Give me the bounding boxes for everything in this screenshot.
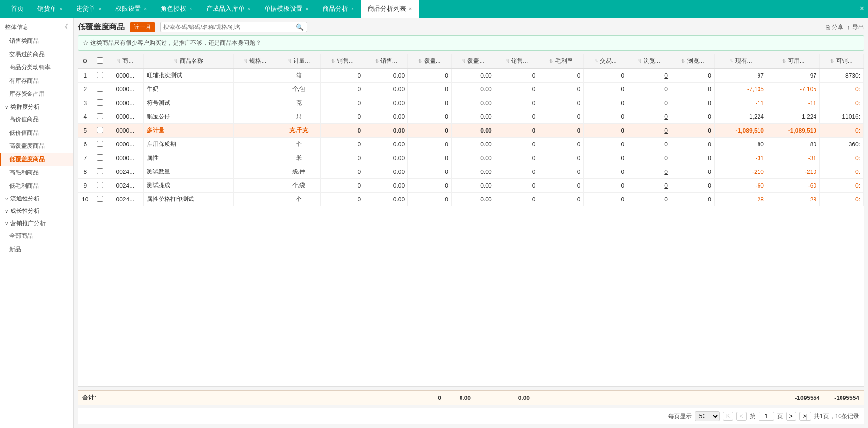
sidebar-item-low-coverage[interactable]: 低覆盖度商品 xyxy=(0,153,73,166)
col-name[interactable]: ⇅ 商品名称 xyxy=(144,54,234,69)
filter-button[interactable]: 近一月 xyxy=(130,22,155,32)
col-browse1[interactable]: ⇅ 浏览... xyxy=(627,54,671,69)
row-select-checkbox[interactable] xyxy=(97,196,103,202)
close-icon[interactable]: × xyxy=(144,6,147,12)
row-select-checkbox[interactable] xyxy=(97,99,103,106)
sidebar-item-sales-goods[interactable]: 销售类商品 xyxy=(0,34,73,48)
select-all-checkbox[interactable] xyxy=(97,57,103,64)
row-browse1[interactable]: 0 xyxy=(627,69,671,83)
row-browse1[interactable]: 0 xyxy=(627,96,671,110)
col-sales3[interactable]: ⇅ 销售... xyxy=(495,54,539,69)
sidebar-item-stock-capital[interactable]: 库存资金占用 xyxy=(0,87,73,101)
row-select-checkbox[interactable] xyxy=(97,168,103,174)
row-browse1[interactable]: 0 xyxy=(627,83,671,96)
nav-tab-purchase[interactable]: 进货单 × xyxy=(69,0,108,18)
search-icon[interactable]: 🔍 xyxy=(296,23,304,31)
col-current-stock[interactable]: ⇅ 现有... xyxy=(714,54,767,69)
nav-tab-production[interactable]: 产成品入库单 × xyxy=(199,0,257,18)
row-browse1[interactable]: 0 xyxy=(627,124,671,138)
row-browse1[interactable]: 0 xyxy=(627,151,671,165)
sidebar-item-low-value[interactable]: 低价值商品 xyxy=(0,126,73,140)
prev-page-button[interactable]: < xyxy=(736,412,747,421)
per-page-select[interactable]: 50 20 100 200 xyxy=(695,411,720,421)
close-all-icon[interactable]: × xyxy=(860,4,864,13)
col-cover1[interactable]: ⇅ 覆盖... xyxy=(408,54,452,69)
col-checkbox[interactable] xyxy=(93,54,107,69)
sidebar-item-new-goods[interactable]: 新品 xyxy=(0,243,73,256)
row-browse1[interactable]: 0 xyxy=(627,179,671,193)
row-browse1[interactable]: 0 xyxy=(627,138,671,151)
col-cover2[interactable]: ⇅ 覆盖... xyxy=(451,54,495,69)
col-trade[interactable]: ⇅ 交易... xyxy=(584,54,627,69)
sidebar-item-in-stock[interactable]: 有库存商品 xyxy=(0,74,73,87)
row-select-checkbox[interactable] xyxy=(97,154,103,161)
export-button[interactable]: ↑ 导出 xyxy=(847,23,865,31)
sidebar-section-cluster[interactable]: 类群度分析 xyxy=(0,101,73,113)
col-settings[interactable]: ⚙ xyxy=(78,54,93,69)
row-checkbox[interactable] xyxy=(93,151,107,165)
close-icon[interactable]: × xyxy=(247,6,250,12)
close-icon[interactable]: × xyxy=(351,6,354,12)
close-icon[interactable]: × xyxy=(305,6,308,12)
sidebar-item-low-margin[interactable]: 低毛利商品 xyxy=(0,179,73,193)
col-spec[interactable]: ⇅ 规格... xyxy=(233,54,277,69)
nav-tab-roles[interactable]: 角色授权 × xyxy=(154,0,199,18)
col-gross-margin[interactable]: ⇅ 毛利率 xyxy=(539,54,584,69)
nav-tab-template[interactable]: 单据模板设置 × xyxy=(257,0,315,18)
col-sales-amt[interactable]: ⇅ 销售... xyxy=(364,54,408,69)
last-page-button[interactable]: >| xyxy=(799,412,811,421)
row-browse1[interactable]: 0 xyxy=(627,165,671,179)
col-saleable[interactable]: ⇅ 可销... xyxy=(820,54,864,69)
share-button[interactable]: ⎘ 分享 xyxy=(826,23,843,31)
row-select-checkbox[interactable] xyxy=(97,127,103,133)
next-page-button[interactable]: > xyxy=(786,412,796,421)
row-checkbox[interactable] xyxy=(93,69,107,83)
nav-tab-analysis[interactable]: 商品分析 × xyxy=(316,0,361,18)
row-select-checkbox[interactable] xyxy=(97,141,103,147)
col-sales-qty[interactable]: ⇅ 销售... xyxy=(321,54,364,69)
row-checkbox[interactable] xyxy=(93,96,107,110)
row-browse1[interactable]: 0 xyxy=(627,193,671,206)
nav-tab-home[interactable]: 首页 xyxy=(4,0,30,18)
sidebar-section-liquidity[interactable]: 流通性分析 xyxy=(0,193,73,205)
col-browse2[interactable]: ⇅ 浏览... xyxy=(671,54,715,69)
nav-tab-sales[interactable]: 销货单 × xyxy=(30,0,69,18)
sidebar-item-category-rate[interactable]: 商品分类动销率 xyxy=(0,61,73,74)
sidebar-item-high-margin[interactable]: 高毛利商品 xyxy=(0,166,73,179)
row-checkbox[interactable] xyxy=(93,124,107,138)
sidebar-item-all-goods[interactable]: 全部商品 xyxy=(0,229,73,243)
table-container[interactable]: ⚙ ⇅ 商... ⇅ 商品名称 ⇅ 规格... ⇅ 计量... ⇅ 销售... … xyxy=(78,54,864,387)
col-available[interactable]: ⇅ 可用... xyxy=(767,54,819,69)
row-checkbox[interactable] xyxy=(93,165,107,179)
row-checkbox[interactable] xyxy=(93,179,107,193)
first-page-button[interactable]: K xyxy=(723,412,733,421)
page-number-input[interactable] xyxy=(759,412,774,421)
sidebar-section-marketing[interactable]: 营销推广分析 xyxy=(0,217,73,229)
row-checkbox[interactable] xyxy=(93,138,107,151)
sidebar-item-high-coverage[interactable]: 高覆盖度商品 xyxy=(0,140,73,153)
nav-tab-permissions[interactable]: 权限设置 × xyxy=(108,0,154,18)
close-icon[interactable]: × xyxy=(98,6,101,12)
nav-tab-analysis-list[interactable]: 商品分析列表 × xyxy=(361,0,419,18)
row-checkbox[interactable] xyxy=(93,110,107,124)
col-code[interactable]: ⇅ 商... xyxy=(107,54,144,69)
row-saleable: 0: xyxy=(820,124,864,138)
row-browse1[interactable]: 0 xyxy=(627,110,671,124)
row-select-checkbox[interactable] xyxy=(97,182,103,188)
row-select-checkbox[interactable] xyxy=(97,72,103,78)
sidebar-item-traded-goods[interactable]: 交易过的商品 xyxy=(0,48,73,61)
col-unit[interactable]: ⇅ 计量... xyxy=(277,54,321,69)
close-icon[interactable]: × xyxy=(59,6,62,12)
sidebar-header[interactable]: 整体信息 《 xyxy=(0,20,73,34)
row-select-checkbox[interactable] xyxy=(97,113,103,119)
sidebar-section-growth[interactable]: 成长性分析 xyxy=(0,205,73,217)
close-icon[interactable]: × xyxy=(409,6,412,12)
collapse-icon[interactable]: 《 xyxy=(61,23,68,31)
search-input[interactable] xyxy=(163,24,294,30)
row-checkbox[interactable] xyxy=(93,193,107,206)
row-select-checkbox[interactable] xyxy=(97,86,103,92)
row-cover1: 0 xyxy=(408,165,452,179)
sidebar-item-high-value[interactable]: 高价值商品 xyxy=(0,113,73,126)
row-checkbox[interactable] xyxy=(93,83,107,96)
close-icon[interactable]: × xyxy=(189,6,192,12)
